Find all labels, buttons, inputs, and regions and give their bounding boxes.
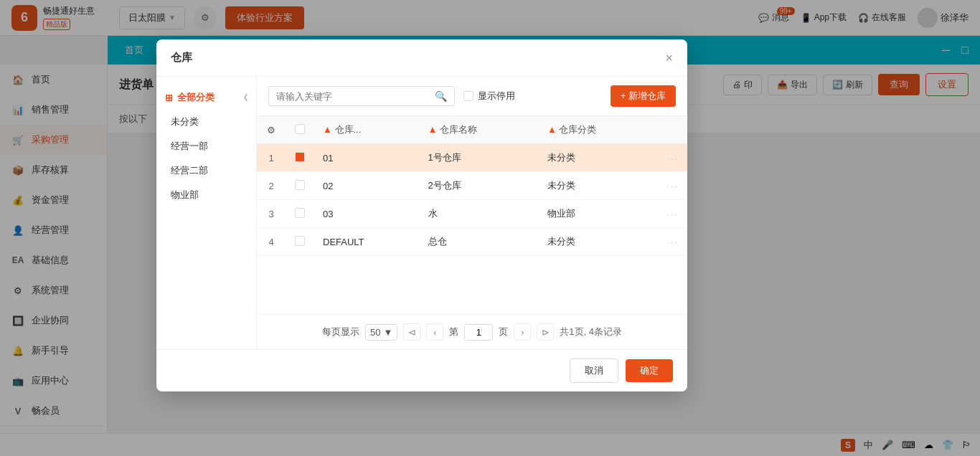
- col-settings-header: ⚙: [257, 116, 286, 144]
- table-row[interactable]: 1 01 1号仓库 未分类 ···: [257, 144, 687, 172]
- warehouse-modal: 仓库 × ⊞ 全部分类 《 未分类 经营一部 经营二部 物业部: [156, 39, 687, 391]
- col-name-header: ▲ 仓库名称: [420, 116, 539, 144]
- modal-header: 仓库 ×: [156, 39, 687, 77]
- row-category: 物业部: [539, 200, 658, 228]
- collapse-icon[interactable]: 《: [240, 92, 248, 103]
- row-more[interactable]: ···: [658, 172, 687, 200]
- grid-icon: ⊞: [165, 92, 173, 103]
- modal-category-panel: ⊞ 全部分类 《 未分类 经营一部 经营二部 物业部: [156, 77, 257, 349]
- modal-body: ⊞ 全部分类 《 未分类 经营一部 经营二部 物业部 🔍: [156, 77, 687, 349]
- row-category: 未分类: [539, 144, 658, 172]
- warehouse-table: ⚙ ▲ 仓库... ▲ 仓库名称: [257, 116, 687, 314]
- row-id: DEFAULT: [314, 228, 420, 256]
- row-name: 水: [420, 200, 539, 228]
- row-id: 02: [314, 172, 420, 200]
- select-all-checkbox[interactable]: [295, 124, 305, 134]
- row-more[interactable]: ···: [658, 200, 687, 228]
- row-checkbox[interactable]: [295, 236, 305, 246]
- show-disabled-checkbox[interactable]: [463, 91, 473, 101]
- category-item-property[interactable]: 物业部: [156, 183, 256, 207]
- next-page-button[interactable]: ›: [514, 323, 531, 341]
- row-checkbox-cell[interactable]: [286, 228, 314, 256]
- col-check-header: [286, 116, 314, 144]
- table-row[interactable]: 2 02 2号仓库 未分类 ···: [257, 172, 687, 200]
- row-number: 3: [257, 200, 286, 228]
- modal-footer: 取消 确定: [156, 349, 687, 391]
- row-checkbox-cell[interactable]: [286, 200, 314, 228]
- modal-title: 仓库: [171, 51, 192, 65]
- row-name: 总仓: [420, 228, 539, 256]
- show-disabled-toggle[interactable]: 显示停用: [463, 90, 515, 103]
- last-page-button[interactable]: ⊳: [537, 323, 554, 341]
- category-item-unclassified[interactable]: 未分类: [156, 110, 256, 134]
- modal-close-button[interactable]: ×: [665, 52, 673, 65]
- row-checkbox-cell[interactable]: [286, 172, 314, 200]
- col-actions-header: [658, 116, 687, 144]
- category-item-dept1[interactable]: 经营一部: [156, 134, 256, 158]
- add-warehouse-button[interactable]: + 新增仓库: [611, 85, 676, 107]
- row-number: 2: [257, 172, 286, 200]
- table-row[interactable]: 3 03 水 物业部 ···: [257, 200, 687, 228]
- search-input[interactable]: [276, 91, 435, 102]
- row-id: 01: [314, 144, 420, 172]
- more-options-icon[interactable]: ···: [666, 237, 679, 247]
- more-options-icon[interactable]: ···: [666, 209, 679, 219]
- row-checkbox[interactable]: [295, 180, 305, 190]
- confirm-button[interactable]: 确定: [626, 359, 673, 382]
- row-category: 未分类: [539, 172, 658, 200]
- row-more[interactable]: ···: [658, 144, 687, 172]
- table-row[interactable]: 4 DEFAULT 总仓 未分类 ···: [257, 228, 687, 256]
- modal-toolbar: 🔍 显示停用 + 新增仓库: [257, 77, 687, 116]
- row-number: 1: [257, 144, 286, 172]
- first-page-button[interactable]: ⊲: [403, 323, 420, 341]
- more-options-icon[interactable]: ···: [666, 153, 679, 163]
- row-checkbox[interactable]: [295, 152, 305, 162]
- row-more[interactable]: ···: [658, 228, 687, 256]
- modal-content: 🔍 显示停用 + 新增仓库 ⚙: [257, 77, 687, 349]
- prev-page-button[interactable]: ‹: [426, 323, 443, 341]
- chevron-down-icon: ▼: [383, 327, 392, 338]
- row-name: 1号仓库: [420, 144, 539, 172]
- page-size-selector[interactable]: 50 ▼: [365, 324, 397, 341]
- row-category: 未分类: [539, 228, 658, 256]
- row-checkbox-cell[interactable]: [286, 144, 314, 172]
- search-box: 🔍: [268, 86, 455, 106]
- page-total: 共1页, 4条记录: [560, 326, 622, 338]
- row-name: 2号仓库: [420, 172, 539, 200]
- more-options-icon[interactable]: ···: [666, 181, 679, 191]
- modal-pagination: 每页显示 50 ▼ ⊲ ‹ 第 页 › ⊳ 共1页, 4条记录: [257, 314, 687, 349]
- row-number: 4: [257, 228, 286, 256]
- row-id: 03: [314, 200, 420, 228]
- category-item-dept2[interactable]: 经营二部: [156, 158, 256, 183]
- page-unit: 页: [499, 326, 508, 338]
- col-category-header: ▲ 仓库分类: [539, 116, 658, 144]
- search-icon[interactable]: 🔍: [435, 90, 447, 102]
- all-categories-header[interactable]: ⊞ 全部分类 《: [156, 85, 256, 110]
- page-label: 第: [449, 326, 458, 338]
- col-id-header: ▲ 仓库...: [314, 116, 420, 144]
- row-checkbox[interactable]: [295, 208, 305, 218]
- page-number-input[interactable]: [464, 324, 493, 341]
- cancel-button[interactable]: 取消: [570, 358, 618, 383]
